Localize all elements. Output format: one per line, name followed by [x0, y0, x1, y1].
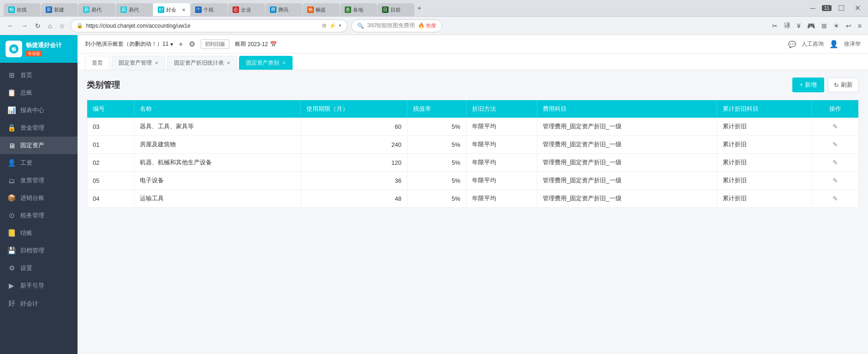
cell-months-3: 36 — [300, 172, 407, 190]
switch-to-old-version-button[interactable]: 切到旧版 — [201, 39, 229, 49]
sidebar-item-guide[interactable]: ▶ 新手引导 — [0, 277, 78, 294]
page-tab-close-fixed-assets-category[interactable]: ✕ — [282, 60, 286, 66]
service-label[interactable]: 人工咨询 — [802, 40, 824, 48]
cell-expense-3: 管理费用_固定资产折旧_一级 — [537, 172, 717, 190]
nav-icon-good-account: 好 — [7, 299, 16, 308]
address-expand-icon: ⊞ — [322, 23, 326, 29]
browser-tab-tab6[interactable]: 个 个税 — [191, 3, 227, 16]
tab-text: 个税 — [204, 6, 223, 13]
tab-close-icon[interactable]: ✕ — [182, 7, 186, 12]
edit-button-2[interactable]: ✎ — [832, 159, 838, 166]
browser-tab-tab11[interactable]: 目 目前 — [377, 3, 414, 16]
user-dropdown-icon[interactable]: ▾ — [170, 41, 173, 48]
nav-icon-settlement: 📒 — [7, 229, 16, 237]
cell-accumulated-1: 累计折旧 — [717, 136, 811, 154]
page-tab-close-fixed-assets-depreciation[interactable]: ✕ — [227, 60, 230, 66]
add-button[interactable]: + 新增 — [792, 78, 824, 92]
cut-icon[interactable]: ✂ — [771, 21, 778, 30]
page-tab-fixed-assets-mgmt[interactable]: 固定资产管理 ✕ — [112, 56, 165, 70]
settings-button[interactable]: ⚙ — [189, 40, 195, 48]
cell-residual-0: 5% — [407, 118, 466, 136]
address-bar[interactable]: 🔒 https://cloud.chanjet.com/accounting/u… — [71, 19, 347, 32]
sidebar-item-tax[interactable]: ⊙ 税务管理 — [0, 207, 78, 224]
page-tab-fixed-assets-category[interactable]: 固定资产类别 ✕ — [239, 56, 293, 70]
bookmark-button[interactable]: ☆ — [57, 21, 67, 30]
home-button[interactable]: ⌂ — [46, 21, 54, 30]
sidebar-item-good-account[interactable]: 好 好会计 — [0, 294, 78, 312]
hot-search-badge: 🔥 热搜 — [418, 22, 436, 29]
nav-icon-invoices: 🗂 — [7, 177, 16, 185]
page-tab-close-fixed-assets-mgmt[interactable]: ✕ — [155, 60, 158, 66]
sidebar-item-funds[interactable]: 🔒 资金管理 — [0, 119, 78, 137]
browser-tab-tab7[interactable]: 企 企业 — [228, 3, 265, 16]
cell-method-2: 年限平均 — [466, 154, 537, 172]
browser-tab-tab2[interactable]: 新 新建 — [41, 3, 78, 16]
tab-favicon: 好 — [158, 6, 164, 13]
nav-label-good-account: 好会计 — [20, 300, 38, 308]
sidebar-item-settings[interactable]: ⚙ 设置 — [0, 259, 78, 277]
reload-button[interactable]: ↻ — [33, 21, 42, 30]
browser-tab-tab1[interactable]: 畅 在线 — [4, 3, 41, 16]
sidebar-item-archive[interactable]: 💾 归档管理 — [0, 242, 78, 259]
page-tab-home[interactable]: 首页 — [85, 56, 110, 70]
sidebar-item-reports[interactable]: 📊 报表中心 — [0, 102, 78, 119]
cell-method-1: 年限平均 — [466, 136, 537, 154]
translate-icon[interactable]: 译 — [783, 21, 791, 31]
forward-button[interactable]: → — [19, 21, 30, 30]
page-tab-label-fixed-assets-depreciation: 固定资产折旧统计表 — [174, 59, 224, 67]
page-tab-fixed-assets-depreciation[interactable]: 固定资产折旧统计表 ✕ — [167, 56, 237, 70]
app-layout: 畅 畅捷通好会计 专业版 ⊞ 首页 📋 总账 📊 报表中心 🔒 资金管理 🖥 固… — [0, 35, 868, 354]
nav-label-home: 首页 — [20, 71, 32, 79]
window-close-button[interactable]: ✕ — [851, 3, 864, 13]
browser-tab-tab4[interactable]: 易 易代 — [116, 3, 153, 16]
browser-tab-tab10[interactable]: 各 各地 — [340, 3, 377, 16]
browser-tab-tab5[interactable]: 好 好会 ✕ — [153, 3, 190, 16]
nav-icon-archive: 💾 — [7, 246, 16, 255]
sidebar-item-settlement[interactable]: 📒 结账 — [0, 224, 78, 242]
menu-icon[interactable]: ≡ — [857, 21, 862, 30]
cell-name-1: 房屋及建筑物 — [134, 136, 300, 154]
tab-text: 企业 — [241, 6, 260, 13]
address-lightning-icon: ⚡ — [329, 23, 336, 29]
cell-name-0: 器具、工具、家具等 — [134, 118, 300, 136]
new-tab-button[interactable]: + — [414, 4, 424, 12]
add-account-button[interactable]: + — [179, 40, 183, 48]
nav-icon-tax: ⊙ — [7, 211, 16, 220]
browser-tab-tab8[interactable]: 腾 腾讯 — [265, 3, 302, 16]
window-minimize-button[interactable]: ─ — [807, 3, 819, 13]
refresh-button[interactable]: ↻ 刷新 — [828, 78, 859, 92]
sidebar-item-home[interactable]: ⊞ 首页 — [0, 66, 78, 84]
sidebar-item-fixed-assets[interactable]: 🖥 固定资产 — [0, 137, 78, 154]
grid-icon[interactable]: ⊞ — [820, 21, 828, 30]
browser-tab-tab9[interactable]: 畅 畅提 — [303, 3, 340, 16]
search-icon: 🔍 — [357, 23, 364, 29]
back-button[interactable]: ← — [6, 21, 16, 30]
game-icon[interactable]: 🎮 — [806, 21, 816, 30]
calendar-icon[interactable]: 📅 — [270, 41, 277, 48]
table-row: 05 电子设备 36 5% 年限平均 管理费用_固定资产折旧_一级 累计折旧 ✎ — [87, 172, 859, 190]
sun-icon[interactable]: ☀ — [832, 21, 840, 30]
sidebar-item-invoices[interactable]: 🗂 发票管理 — [0, 172, 78, 189]
undo-icon[interactable]: ↩ — [845, 21, 852, 30]
period-info: 账期 2023-12 📅 — [235, 40, 277, 48]
top-bar: 刘小艳演示账套（勿删勿动！）11 ▾ + ⚙ 切到旧版 账期 2023-12 📅… — [78, 35, 868, 54]
sidebar-item-payroll[interactable]: 👤 工资 — [0, 154, 78, 172]
service-icon: 💬 — [788, 41, 796, 48]
browser-tab-tab3[interactable]: 易 易代 — [78, 3, 115, 16]
wallet-icon[interactable]: ¥ — [796, 21, 802, 30]
page-tab-label-fixed-assets-category: 固定资产类别 — [246, 59, 279, 67]
sidebar-item-purchase-sales[interactable]: 📦 进销台账 — [0, 189, 78, 207]
table-row: 01 房屋及建筑物 240 5% 年限平均 管理费用_固定资产折旧_一级 累计折… — [87, 136, 859, 154]
window-maximize-button[interactable]: ☐ — [834, 3, 848, 13]
cell-actions-1: ✎ — [812, 136, 859, 154]
svg-text:畅: 畅 — [12, 47, 16, 52]
sidebar-item-ledger[interactable]: 📋 总账 — [0, 84, 78, 102]
edit-button-1[interactable]: ✎ — [832, 141, 838, 148]
edit-button-0[interactable]: ✎ — [832, 123, 838, 130]
cell-actions-3: ✎ — [812, 172, 859, 190]
edit-button-3[interactable]: ✎ — [832, 177, 838, 184]
address-dropdown-icon[interactable]: ▾ — [339, 23, 341, 29]
search-bar[interactable]: 🔍 360智能抠图免费用 🔥 热搜 — [351, 19, 442, 32]
edit-button-4[interactable]: ✎ — [832, 195, 838, 202]
cell-code-4: 04 — [87, 190, 134, 208]
